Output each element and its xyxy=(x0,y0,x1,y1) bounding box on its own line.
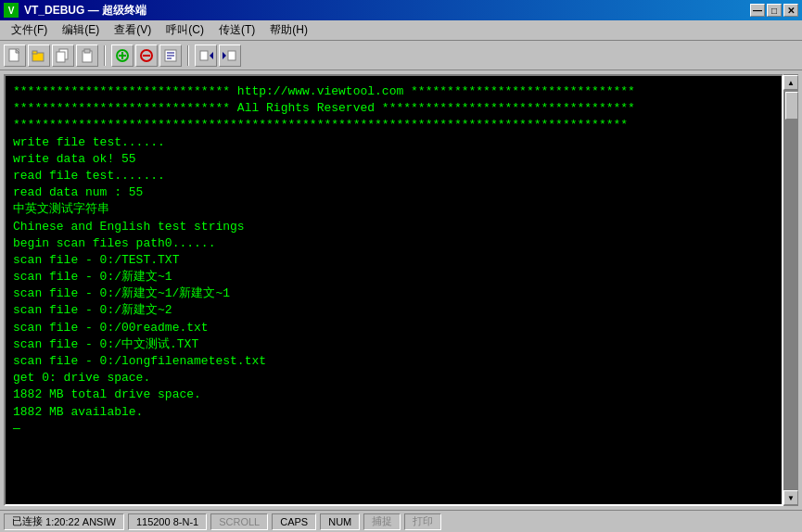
terminal-line: 中英文测试字符串 xyxy=(13,201,774,218)
window-controls: — □ ✕ xyxy=(750,4,798,17)
svg-rect-17 xyxy=(200,51,208,60)
svg-marker-20 xyxy=(223,52,226,59)
toolbar-separator-2 xyxy=(187,45,189,66)
menu-transfer[interactable]: 传送(T) xyxy=(211,20,262,40)
properties-button[interactable] xyxy=(159,44,182,67)
terminal-line: begin scan files path0...... xyxy=(13,235,774,252)
main-container: ****************************** http://ww… xyxy=(0,70,802,510)
terminal-line: scan file - 0:/新建文~1 xyxy=(13,269,774,285)
terminal[interactable]: ****************************** http://ww… xyxy=(4,74,783,506)
scroll-status: SCROLL xyxy=(210,513,268,530)
terminal-line: scan file - 0:/00readme.txt xyxy=(13,320,774,336)
paste-button[interactable] xyxy=(76,44,98,67)
num-status: NUM xyxy=(320,513,360,530)
terminal-line: Chinese and English test strings xyxy=(13,219,774,235)
app-icon: V xyxy=(4,3,19,18)
menu-bar: 文件(F) 编辑(E) 查看(V) 呼叫(C) 传送(T) 帮助(H) xyxy=(0,20,802,41)
svg-rect-5 xyxy=(57,52,65,62)
svg-rect-3 xyxy=(32,51,37,54)
scroll-down-button[interactable]: ▼ xyxy=(783,490,798,505)
scroll-thumb[interactable] xyxy=(785,92,798,120)
scroll-track[interactable] xyxy=(784,90,797,490)
terminal-line: 1882 MB available. xyxy=(13,404,774,421)
terminal-content: ****************************** http://ww… xyxy=(13,83,774,437)
menu-file[interactable]: 文件(F) xyxy=(4,20,55,40)
terminal-line: write data ok! 55 xyxy=(13,151,774,168)
title-bar: V VT_DEBUG — 超级终端 — □ ✕ xyxy=(0,0,802,20)
menu-edit[interactable]: 编辑(E) xyxy=(55,20,107,40)
baud-rate-status: 115200 8-N-1 xyxy=(128,513,207,530)
terminal-line: read file test....... xyxy=(13,168,774,184)
terminal-line: scan file - 0:/中文测试.TXT xyxy=(13,336,774,353)
terminal-line: ****************************** http://ww… xyxy=(13,83,774,100)
copy-button[interactable] xyxy=(52,44,74,67)
toolbar-separator-1 xyxy=(104,45,106,66)
caps-status: CAPS xyxy=(272,513,316,530)
svg-rect-7 xyxy=(84,49,90,53)
terminal-line: ****************************** All Right… xyxy=(13,100,774,117)
terminal-line: scan file - 0:/TEST.TXT xyxy=(13,252,774,269)
terminal-line: scan file - 0:/longfilenametest.txt xyxy=(13,353,774,370)
scroll-up-button[interactable]: ▲ xyxy=(783,75,798,90)
new-button[interactable] xyxy=(4,44,26,67)
menu-view[interactable]: 查看(V) xyxy=(107,20,159,40)
send-file-button[interactable] xyxy=(195,44,217,67)
capture-status: 捕捉 xyxy=(363,513,401,530)
connection-status: 已连接 1:20:22 ANSIW xyxy=(4,513,124,530)
svg-marker-18 xyxy=(210,52,213,59)
svg-rect-19 xyxy=(228,51,236,60)
terminal-line: ****************************************… xyxy=(13,117,774,133)
receive-file-button[interactable] xyxy=(219,44,241,67)
terminal-line: write file test...... xyxy=(13,134,774,151)
terminal-line: get 0: drive space. xyxy=(13,370,774,386)
terminal-line: scan file - 0:/新建文~1/新建文~1 xyxy=(13,285,774,302)
terminal-line: — xyxy=(13,421,774,437)
terminal-line: 1882 MB total drive space. xyxy=(13,386,774,403)
scrollbar[interactable]: ▲ ▼ xyxy=(783,74,798,506)
print-status: 打印 xyxy=(404,513,441,530)
terminal-line: scan file - 0:/新建文~2 xyxy=(13,302,774,319)
disconnect-button[interactable] xyxy=(135,44,158,67)
title-bar-left: V VT_DEBUG — 超级终端 xyxy=(4,3,146,19)
connect-button[interactable] xyxy=(111,44,134,67)
open-button[interactable] xyxy=(28,44,50,67)
menu-help[interactable]: 帮助(H) xyxy=(262,20,315,40)
toolbar xyxy=(0,41,802,70)
close-button[interactable]: ✕ xyxy=(783,4,798,17)
menu-call[interactable]: 呼叫(C) xyxy=(159,20,211,40)
minimize-button[interactable]: — xyxy=(750,4,765,17)
window-title: VT_DEBUG — 超级终端 xyxy=(24,3,146,19)
maximize-button[interactable]: □ xyxy=(767,4,782,17)
terminal-line: read data num : 55 xyxy=(13,184,774,201)
status-bar: 已连接 1:20:22 ANSIW 115200 8-N-1 SCROLL CA… xyxy=(0,510,802,532)
